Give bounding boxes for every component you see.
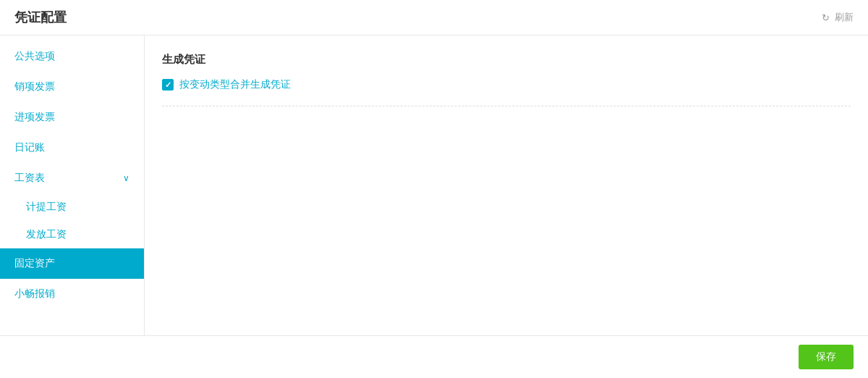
sidebar-item-label: 公共选项 — [14, 50, 55, 63]
refresh-icon: ↻ — [822, 12, 832, 22]
header: 凭证配置 ↻ 刷新 — [0, 0, 868, 35]
sidebar-item-label: 进项发票 — [14, 111, 55, 124]
sidebar-item-payroll[interactable]: 工资表 ∨ — [0, 163, 144, 193]
sidebar: 公共选项 销项发票 进项发票 日记账 工资表 ∨ 计提工资 发放工资 固定资 — [0, 35, 145, 335]
sidebar-item-sales-invoice[interactable]: 销项发票 — [0, 72, 144, 102]
save-button[interactable]: 保存 — [799, 345, 854, 369]
sidebar-item-expense-reimburse[interactable]: 小畅报销 — [0, 279, 144, 309]
sidebar-item-label: 工资表 — [14, 172, 45, 185]
checkbox-label[interactable]: 按变动类型合并生成凭证 — [179, 78, 291, 91]
sidebar-item-purchase-invoice[interactable]: 进项发票 — [0, 102, 144, 133]
sidebar-item-label: 销项发票 — [14, 80, 55, 93]
sidebar-item-label: 固定资产 — [14, 257, 55, 270]
sidebar-item-journal[interactable]: 日记账 — [0, 133, 144, 163]
chevron-down-icon: ∨ — [123, 173, 129, 183]
footer: 保存 — [0, 335, 868, 378]
merge-by-type-checkbox[interactable] — [162, 79, 174, 91]
sidebar-item-label: 日记账 — [14, 141, 45, 154]
sidebar-item-label: 计提工资 — [26, 201, 67, 212]
section-title: 生成凭证 — [162, 53, 851, 67]
section-divider — [162, 106, 851, 106]
page-wrapper: 凭证配置 ↻ 刷新 公共选项 销项发票 进项发票 日记账 工资表 ∨ — [0, 0, 868, 378]
sidebar-item-payroll-accrual[interactable]: 计提工资 — [0, 193, 144, 221]
sidebar-item-label: 小畅报销 — [14, 287, 55, 301]
refresh-label: 刷新 — [835, 11, 854, 24]
checkbox-row: 按变动类型合并生成凭证 — [162, 78, 851, 91]
main-content: 生成凭证 按变动类型合并生成凭证 — [145, 35, 868, 335]
sidebar-item-payroll-distribute[interactable]: 发放工资 — [0, 221, 144, 248]
page-title: 凭证配置 — [14, 9, 67, 26]
sidebar-item-public-options[interactable]: 公共选项 — [0, 41, 144, 72]
refresh-button[interactable]: ↻ 刷新 — [822, 11, 854, 24]
body: 公共选项 销项发票 进项发票 日记账 工资表 ∨ 计提工资 发放工资 固定资 — [0, 35, 868, 335]
sidebar-item-fixed-assets[interactable]: 固定资产 — [0, 248, 144, 279]
sidebar-item-label: 发放工资 — [26, 228, 67, 240]
